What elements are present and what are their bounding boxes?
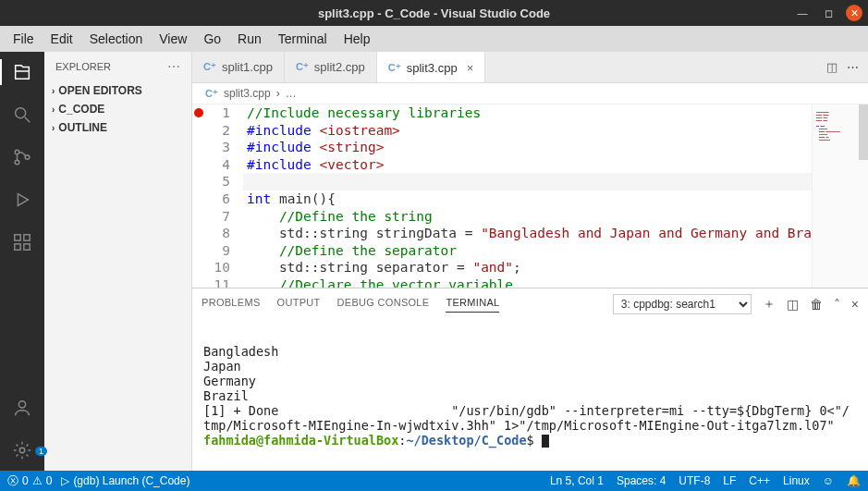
editor-tabs: C⁺ split1.cpp C⁺ split2.cpp C⁺ split3.cp… [192, 52, 868, 83]
menu-help[interactable]: Help [336, 28, 378, 50]
svg-point-11 [19, 448, 25, 453]
close-button[interactable]: ✕ [846, 5, 862, 21]
svg-point-2 [15, 150, 19, 154]
line-numbers: 1234567891011 [205, 104, 243, 288]
status-errors[interactable]: ⓧ 0 ⚠ 0 [7, 473, 52, 489]
svg-point-10 [18, 401, 25, 408]
split-editor-icon[interactable]: ◫ [826, 60, 837, 74]
minimap-content: ▬▬▬▬▬▬▬▬▬ ▬▬▬▬ ▬▬▬▬ ▬▬▬▬ ▬▬▬ ▬▬▬▬ ▬▬▬ ▬▬… [816, 108, 864, 144]
status-launch[interactable]: ▷ (gdb) Launch (C_Code) [61, 474, 189, 487]
svg-rect-7 [24, 235, 30, 240]
menubar: File Edit Selection View Go Run Terminal… [0, 26, 868, 52]
tab-close-icon[interactable]: × [467, 61, 474, 75]
chevron-right-icon: › [276, 87, 280, 100]
kill-terminal-icon[interactable]: 🗑 [810, 297, 823, 312]
activitybar: 1 [0, 52, 44, 471]
menu-run[interactable]: Run [230, 28, 269, 50]
panel-tab-output[interactable]: OUTPUT [277, 297, 321, 312]
tab-split2[interactable]: C⁺ split2.cpp [285, 52, 377, 82]
chevron-right-icon: › [52, 123, 55, 133]
minimap[interactable]: ▬▬▬▬▬▬▬▬▬ ▬▬▬▬ ▬▬▬▬ ▬▬▬▬ ▬▬▬ ▬▬▬▬ ▬▬▬ ▬▬… [812, 104, 868, 288]
run-debug-icon[interactable] [11, 189, 33, 211]
sidebar-title: EXPLORER [55, 61, 111, 72]
status-eol[interactable]: LF [723, 474, 736, 487]
cpp-file-icon: C⁺ [203, 61, 216, 73]
menu-selection[interactable]: Selection [82, 28, 151, 50]
sidebar: EXPLORER ⋯ › OPEN EDITORS › C_CODE › OUT… [44, 52, 192, 471]
status-lang[interactable]: C++ [749, 474, 770, 487]
menu-terminal[interactable]: Terminal [271, 28, 335, 50]
extensions-icon[interactable] [11, 231, 33, 253]
explorer-icon[interactable] [11, 61, 33, 83]
status-spaces[interactable]: Spaces: 4 [617, 474, 666, 487]
window-title: split3.cpp - C_Code - Visual Studio Code [318, 6, 550, 20]
cpp-file-icon: C⁺ [296, 61, 309, 73]
accounts-icon[interactable] [11, 397, 33, 419]
terminal-selector[interactable]: 3: cppdbg: search1 [613, 294, 752, 314]
svg-rect-6 [15, 235, 20, 240]
terminal-prompt-user: fahmida@fahmida-VirtualBox [203, 433, 398, 448]
menu-go[interactable]: Go [196, 28, 228, 50]
status-encoding[interactable]: UTF-8 [679, 474, 710, 487]
statusbar: ⓧ 0 ⚠ 0 ▷ (gdb) Launch (C_Code) Ln 5, Co… [0, 471, 868, 491]
terminal[interactable]: Bangladesh Japan Germany Brazil [1] + Do… [192, 320, 868, 471]
svg-rect-9 [24, 244, 30, 250]
split-terminal-icon[interactable]: ◫ [787, 297, 799, 312]
terminal-output: Bangladesh Japan Germany Brazil [1] + Do… [203, 344, 850, 433]
chevron-right-icon: › [52, 86, 55, 96]
minimize-button[interactable]: — [794, 5, 811, 21]
svg-marker-5 [18, 194, 28, 206]
svg-point-3 [15, 160, 19, 165]
editor-area: C⁺ split1.cpp C⁺ split2.cpp C⁺ split3.cp… [192, 52, 868, 471]
cpp-file-icon: C⁺ [205, 88, 218, 100]
breadcrumb[interactable]: C⁺ split3.cpp › … [192, 83, 868, 104]
feedback-icon[interactable]: ☺ [823, 474, 834, 487]
panel: PROBLEMS OUTPUT DEBUG CONSOLE TERMINAL 3… [192, 288, 868, 471]
svg-rect-8 [15, 244, 20, 250]
menu-edit[interactable]: Edit [43, 28, 80, 50]
cpp-file-icon: C⁺ [388, 62, 401, 74]
terminal-prompt-path: ~/Desktop/C_Code [406, 433, 526, 448]
panel-tab-problems[interactable]: PROBLEMS [202, 297, 261, 312]
sidebar-folder[interactable]: › C_CODE [44, 100, 191, 118]
sidebar-outline[interactable]: › OUTLINE [44, 118, 191, 137]
status-os[interactable]: Linux [783, 474, 810, 487]
sidebar-header: EXPLORER ⋯ [44, 52, 191, 81]
editor-actions: ◫ ⋯ [817, 60, 868, 74]
maximize-panel-icon[interactable]: ˄ [834, 297, 840, 312]
chevron-right-icon: › [52, 104, 55, 115]
tab-split1[interactable]: C⁺ split1.cpp [192, 52, 285, 82]
titlebar: split3.cpp - C_Code - Visual Studio Code… [0, 0, 868, 26]
panel-tab-debug-console[interactable]: DEBUG CONSOLE [337, 297, 430, 312]
source-control-icon[interactable] [11, 146, 33, 168]
svg-line-1 [25, 117, 31, 123]
code-content[interactable]: //Include necessary libraries#include <i… [243, 104, 812, 288]
glyph-margin [192, 104, 205, 288]
svg-point-0 [16, 108, 26, 118]
settings-icon[interactable]: 1 [11, 439, 33, 461]
menu-file[interactable]: File [6, 28, 42, 50]
minimap-slider[interactable] [859, 104, 868, 160]
sidebar-more-icon[interactable]: ⋯ [167, 59, 180, 74]
panel-tabs: PROBLEMS OUTPUT DEBUG CONSOLE TERMINAL 3… [192, 288, 868, 320]
new-terminal-icon[interactable]: ＋ [763, 296, 776, 313]
sidebar-open-editors[interactable]: › OPEN EDITORS [44, 81, 191, 100]
tab-split3[interactable]: C⁺ split3.cpp × [377, 52, 485, 82]
code-editor[interactable]: 1234567891011 //Include necessary librar… [192, 104, 868, 288]
status-cursor[interactable]: Ln 5, Col 1 [550, 474, 604, 487]
more-actions-icon[interactable]: ⋯ [847, 60, 859, 74]
terminal-cursor [542, 435, 549, 448]
close-panel-icon[interactable]: × [851, 297, 859, 312]
main: 1 EXPLORER ⋯ › OPEN EDITORS › C_CODE › O… [0, 52, 868, 471]
maximize-button[interactable]: ◻ [820, 5, 837, 21]
notifications-icon[interactable]: 🔔 [847, 474, 861, 487]
search-icon[interactable] [11, 104, 33, 126]
panel-tab-terminal[interactable]: TERMINAL [446, 297, 499, 313]
window-controls: — ◻ ✕ [794, 5, 862, 21]
menu-view[interactable]: View [152, 28, 194, 50]
settings-badge: 1 [35, 447, 47, 456]
